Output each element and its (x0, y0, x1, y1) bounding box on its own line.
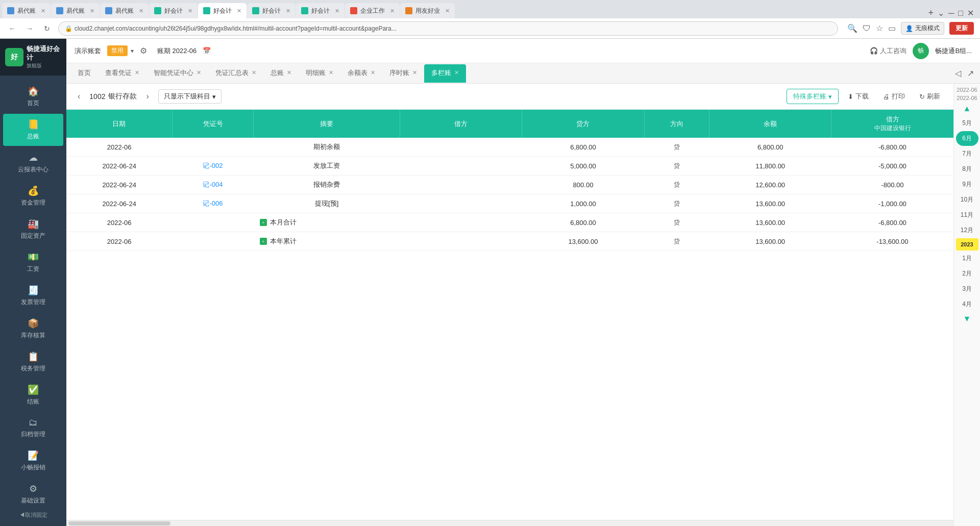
sidebar-item-fixed-assets[interactable]: 🏭 固定资产 (3, 213, 63, 245)
tab-close-1[interactable]: ✕ (90, 8, 94, 14)
sidebar-item-payroll[interactable]: 💵 工资 (3, 246, 63, 279)
scroll-thumb[interactable] (68, 521, 170, 525)
forward-button[interactable]: → (23, 22, 36, 35)
tab-7[interactable]: 企业工作 ✕ (345, 3, 400, 18)
tab-close-0[interactable]: ✕ (41, 8, 45, 14)
tab-6[interactable]: 好会计 ✕ (296, 3, 345, 18)
tab-view-voucher[interactable]: 查看凭证 ✕ (98, 64, 146, 83)
star-icon[interactable]: ☆ (876, 23, 883, 33)
horizontal-scroll[interactable] (66, 520, 953, 526)
voucher-link[interactable]: 记-002 (203, 162, 223, 169)
demo-badge[interactable]: 禁用 (107, 45, 128, 56)
tab-close-2[interactable]: ✕ (139, 8, 143, 14)
refresh-button[interactable]: ↻ (41, 22, 53, 35)
tab-view-voucher-close[interactable]: ✕ (135, 69, 139, 76)
print-button[interactable]: 🖨 打印 (878, 89, 910, 104)
tab-balance-table[interactable]: 余额表 ✕ (340, 64, 382, 83)
month-item[interactable]: 6月 (956, 131, 978, 146)
tab-balance-table-close[interactable]: ✕ (371, 69, 375, 76)
tab-general-ledger[interactable]: 总账 ✕ (263, 64, 299, 83)
voucher-link[interactable]: 记-006 (203, 199, 223, 207)
search-icon[interactable]: 🔍 (847, 23, 857, 33)
demo-dropdown[interactable]: ▾ (131, 47, 134, 55)
month-item[interactable]: 2023 (956, 238, 978, 251)
tab-4[interactable]: 好会计 ✕ (198, 3, 247, 18)
sidebar-panel-icon[interactable]: ▭ (888, 23, 896, 33)
tab-general-ledger-close[interactable]: ✕ (287, 69, 291, 76)
tab-close-7[interactable]: ✕ (390, 8, 395, 14)
sub-account-filter[interactable]: 只显示下级科目 ▾ (158, 89, 222, 104)
tab-smart-voucher-close[interactable]: ✕ (197, 69, 201, 76)
tab-home[interactable]: 首页 (70, 64, 98, 83)
tab-close-6[interactable]: ✕ (335, 8, 339, 14)
tab-list-button[interactable]: ⌄ (938, 8, 944, 18)
calendar-icon[interactable]: 📅 (203, 47, 211, 55)
month-item[interactable]: 1月 (956, 251, 978, 266)
expand-panel-button[interactable]: ↗ (965, 67, 976, 79)
download-button[interactable]: ⬇ 下载 (843, 89, 874, 104)
tab-1[interactable]: 易代账 ✕ (51, 3, 100, 18)
month-item[interactable]: 11月 (956, 208, 978, 222)
new-tab-button[interactable]: + (928, 8, 934, 18)
sidebar-item-funds[interactable]: 💰 资金管理 (3, 180, 63, 212)
month-item[interactable]: 7月 (956, 146, 978, 161)
sidebar-item-home[interactable]: 🏠 首页 (3, 81, 63, 113)
cell-debit-ccb: -6,800.00 (831, 213, 953, 232)
month-scroll-up-button[interactable]: ▲ (961, 102, 973, 115)
tab-2[interactable]: 易代账 ✕ (100, 3, 149, 18)
back-button[interactable]: ← (6, 22, 18, 35)
update-button[interactable]: 更新 (949, 22, 974, 35)
collapse-panel-button[interactable]: ◁ (953, 67, 963, 79)
sidebar-item-ledger[interactable]: 📒 总账 (3, 114, 63, 146)
sidebar-item-settings[interactable]: ⚙ 基础设置 (3, 478, 63, 504)
tab-detail-ledger[interactable]: 明细账 ✕ (299, 64, 340, 83)
tab-8[interactable]: 用友好业 ✕ (400, 3, 455, 18)
maximize-button[interactable]: □ (958, 9, 963, 18)
tab-journal-close[interactable]: ✕ (412, 69, 417, 76)
month-scroll-down-button[interactable]: ▼ (961, 312, 973, 325)
tab-3[interactable]: 好会计 ✕ (149, 3, 198, 18)
wuhen-mode-button[interactable]: 👤 无痕模式 (901, 22, 944, 35)
tab-close-3[interactable]: ✕ (188, 8, 192, 14)
tab-0[interactable]: 易代账 ✕ (2, 3, 51, 18)
month-item[interactable]: 4月 (956, 297, 978, 312)
month-item[interactable]: 12月 (956, 223, 978, 238)
minimize-button[interactable]: ─ (948, 9, 954, 18)
sidebar-item-invoice[interactable]: 🧾 发票管理 (3, 280, 63, 312)
sidebar-item-tax[interactable]: 📋 税务管理 (3, 346, 63, 378)
shield-icon[interactable]: 🛡 (863, 24, 871, 33)
unfix-button[interactable]: ◀取消固定 (4, 508, 62, 522)
voucher-link[interactable]: 记-004 (203, 181, 223, 188)
month-item[interactable]: 3月 (956, 282, 978, 296)
tab-voucher-summary[interactable]: 凭证汇总表 ✕ (208, 64, 263, 83)
special-multi-button[interactable]: 特殊多栏账 ▾ (787, 89, 839, 104)
tab-voucher-summary-close[interactable]: ✕ (252, 69, 256, 76)
url-bar[interactable]: 🔒 cloud2.chanjet.com/accounting/uh26t264… (58, 21, 838, 36)
user-name[interactable]: 畅捷通B组... (935, 46, 972, 56)
tab-5[interactable]: 好会计 ✕ (247, 3, 296, 18)
tab-close-4[interactable]: ✕ (237, 8, 241, 14)
sidebar-item-expense[interactable]: 📝 小畅报销 (3, 445, 63, 477)
tab-smart-voucher[interactable]: 智能凭证中心 ✕ (146, 64, 208, 83)
consult-button[interactable]: 🎧 人工咨询 (870, 46, 906, 56)
sidebar-item-inventory[interactable]: 📦 库存核算 (3, 313, 63, 345)
app-settings-icon[interactable]: ⚙ (140, 46, 147, 56)
sidebar-item-close-account[interactable]: ✅ 结账 (3, 379, 63, 411)
tab-journal[interactable]: 序时账 ✕ (382, 64, 424, 83)
month-item[interactable]: 5月 (956, 116, 978, 131)
month-item[interactable]: 10月 (956, 192, 978, 207)
month-item[interactable]: 9月 (956, 177, 978, 192)
next-account-button[interactable]: › (143, 91, 152, 102)
month-item[interactable]: 2月 (956, 266, 978, 281)
month-item[interactable]: 8月 (956, 162, 978, 177)
sidebar-item-cloud-report[interactable]: ☁ 云报表中心 (3, 147, 63, 179)
sidebar-item-archive[interactable]: 🗂 归档管理 (3, 412, 63, 444)
tab-multi-column[interactable]: 多栏账 ✕ (424, 64, 466, 83)
tab-close-8[interactable]: ✕ (445, 8, 450, 14)
tab-multi-column-close[interactable]: ✕ (454, 69, 459, 76)
tab-close-5[interactable]: ✕ (286, 8, 290, 14)
close-window-button[interactable]: ✕ (967, 8, 974, 18)
tab-detail-ledger-close[interactable]: ✕ (329, 69, 333, 76)
refresh-ledger-button[interactable]: ↻ 刷新 (914, 89, 945, 104)
prev-account-button[interactable]: ‹ (75, 91, 83, 102)
